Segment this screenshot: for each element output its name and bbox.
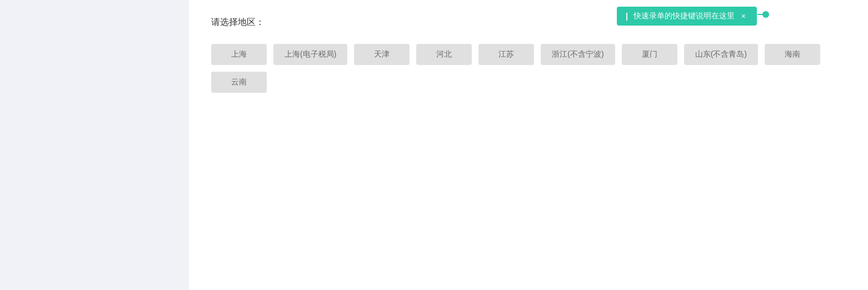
region-btn-shanghai-etax[interactable]: 上海(电子税局) bbox=[273, 44, 347, 65]
region-btn-hainan[interactable]: 海南 bbox=[765, 44, 820, 65]
region-btn-shandong[interactable]: 山东(不含青岛) bbox=[684, 44, 758, 65]
tooltip-banner: 快速录单的快捷键说明在这里 × bbox=[617, 7, 757, 26]
tooltip-label: 快速录单的快捷键说明在这里 bbox=[633, 11, 735, 21]
region-btn-jiangsu[interactable]: 江苏 bbox=[478, 44, 534, 65]
region-btn-shanghai[interactable]: 上海 bbox=[211, 44, 267, 65]
main-content: 请选择地区： 上海 上海(电子税局) 天津 河北 江苏 浙江(不含宁波) 厦门 … bbox=[189, 0, 868, 290]
region-buttons: 上海 上海(电子税局) 天津 河北 江苏 浙江(不含宁波) 厦门 山东(不含青岛… bbox=[211, 44, 846, 93]
tooltip-close-button[interactable]: × bbox=[739, 12, 748, 21]
region-btn-yunnan[interactable]: 云南 bbox=[211, 72, 267, 93]
region-btn-tianjin[interactable]: 天津 bbox=[354, 44, 410, 65]
tooltip-dot bbox=[762, 11, 769, 18]
left-sidebar bbox=[0, 0, 189, 290]
region-btn-xiamen[interactable]: 厦门 bbox=[622, 44, 677, 65]
region-btn-hebei[interactable]: 河北 bbox=[416, 44, 472, 65]
region-btn-zhejiang[interactable]: 浙江(不含宁波) bbox=[541, 44, 615, 65]
